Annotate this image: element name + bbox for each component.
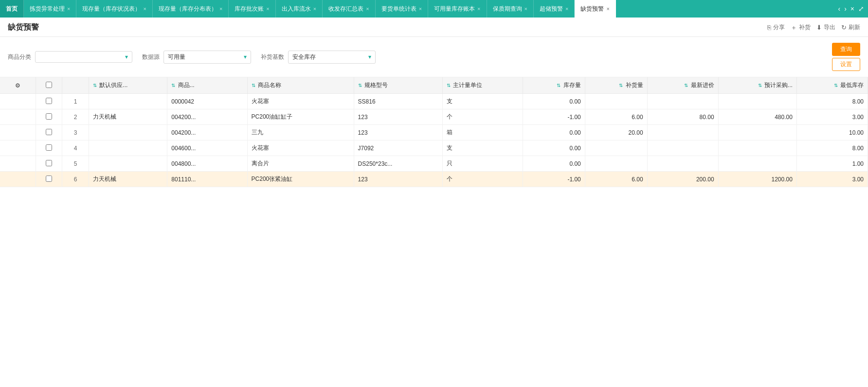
col-header-gear[interactable]: ⚙ — [0, 77, 36, 94]
col-header-code[interactable]: ⇅ 商品... — [167, 77, 247, 94]
row-number: 4 — [62, 141, 89, 156]
tab-label: 现存量（库存状况表） — [82, 5, 141, 13]
tab-inventory-dist[interactable]: 现存量（库存分布表） × — [153, 0, 229, 18]
col-header-stock[interactable]: ⇅ 库存量 — [523, 77, 585, 94]
close-icon[interactable]: × — [219, 6, 222, 12]
col-header-checkbox — [36, 77, 62, 94]
col-header-spec[interactable]: ⇅ 规格型号 — [354, 77, 443, 94]
tab-available-ledger[interactable]: 可用量库存账本 × — [428, 0, 487, 18]
col-header-supplier[interactable]: ⇅ 默认供应... — [89, 77, 167, 94]
close-icon[interactable]: × — [67, 6, 70, 12]
tab-collect-summary[interactable]: 收发存汇总表 × — [323, 0, 375, 18]
col-label: 默认供应... — [99, 82, 127, 88]
row-stock: 0.00 — [523, 141, 585, 156]
close-icon[interactable]: × — [366, 6, 369, 12]
tab-label: 超储预警 — [540, 5, 563, 13]
row-checkbox-cell — [36, 141, 62, 156]
row-est-purchase — [718, 156, 796, 172]
col-header-name[interactable]: ⇅ 商品名称 — [247, 77, 354, 94]
col-label: 最低库存 — [840, 82, 864, 88]
col-label: 商品名称 — [258, 82, 281, 88]
query-button[interactable]: 查询 — [832, 43, 860, 56]
row-replenish: 6.00 — [585, 172, 647, 187]
close-icon[interactable]: × — [313, 6, 316, 12]
col-label: 补货量 — [626, 82, 643, 88]
replenish-base-filter-label: 补货基数 — [261, 53, 284, 61]
filter-area: 商品分类 ▾ 数据源 可用量 ▾ 补货基数 安全库存 ▾ 查询 设置 — [0, 37, 868, 77]
settings-button[interactable]: 设置 — [832, 58, 860, 71]
tab-expiry-query[interactable]: 保质期查询 × — [487, 0, 534, 18]
page-content: 缺货预警 ⎘ 分享 ＋ 补货 ⬇ 导出 ↻ 刷新 商品分类 — [0, 18, 868, 387]
tab-prev-button[interactable]: ‹ — [836, 5, 842, 13]
datasource-select[interactable]: 可用量 ▾ — [163, 51, 251, 64]
tab-maximize-button[interactable]: ⤢ — [856, 5, 866, 13]
sort-icon: ⇅ — [619, 83, 623, 88]
replenish-base-filter-group: 补货基数 安全库存 ▾ — [261, 51, 376, 64]
row-gear-cell — [0, 172, 36, 187]
category-filter-group: 商品分类 ▾ — [8, 51, 132, 63]
row-replenish — [585, 94, 647, 109]
share-icon: ⎘ — [767, 24, 771, 31]
col-header-replenish[interactable]: ⇅ 补货量 — [585, 77, 647, 94]
row-supplier — [89, 125, 167, 141]
col-header-latest-price[interactable]: ⇅ 最新进价 — [647, 77, 718, 94]
close-icon[interactable]: × — [565, 6, 568, 12]
share-button[interactable]: ⎘ 分享 — [767, 23, 785, 32]
sort-icon: ⇅ — [557, 83, 561, 88]
replenish-icon: ＋ — [791, 23, 797, 32]
close-icon[interactable]: × — [419, 6, 422, 12]
col-header-unit[interactable]: ⇅ 主计量单位 — [443, 77, 523, 94]
tab-bar: 首页 拣货异常处理 × 现存量（库存状况表） × 现存量（库存分布表） × 库存… — [0, 0, 868, 18]
tab-inventory-status[interactable]: 现存量（库存状况表） × — [76, 0, 152, 18]
row-latest-price: 80.00 — [647, 109, 718, 125]
tab-close-all-button[interactable]: × — [849, 5, 856, 13]
refresh-button[interactable]: ↻ 刷新 — [841, 23, 860, 32]
col-header-min-stock[interactable]: ⇅ 最低库存 — [796, 77, 868, 94]
replenish-button[interactable]: ＋ 补货 — [791, 23, 811, 32]
row-number: 1 — [62, 94, 89, 109]
header-actions: ⎘ 分享 ＋ 补货 ⬇ 导出 ↻ 刷新 — [767, 23, 860, 32]
close-icon[interactable]: × — [266, 6, 269, 12]
row-supplier — [89, 156, 167, 172]
close-icon[interactable]: × — [477, 6, 480, 12]
tab-abnormal[interactable]: 拣货异常处理 × — [24, 0, 76, 18]
row-spec: J7092 — [354, 141, 443, 156]
category-select[interactable]: ▾ — [35, 51, 132, 63]
row-checkbox[interactable] — [46, 160, 52, 166]
sort-icon: ⇅ — [252, 83, 255, 88]
row-code: 004600... — [167, 141, 247, 156]
col-header-est-purchase[interactable]: ⇅ 预计采购... — [718, 77, 796, 94]
row-checkbox[interactable] — [46, 113, 52, 120]
row-code: 004200... — [167, 125, 247, 141]
tab-order-stats[interactable]: 要货单统计表 × — [376, 0, 428, 18]
row-checkbox[interactable] — [46, 98, 52, 104]
row-spec: DS250*23c... — [354, 156, 443, 172]
select-all-checkbox[interactable] — [46, 82, 52, 88]
tab-label: 现存量（库存分布表） — [159, 5, 217, 13]
tab-label: 出入库流水 — [282, 5, 311, 13]
tab-inout-flow[interactable]: 出入库流水 × — [276, 0, 323, 18]
row-spec: SS816 — [354, 94, 443, 109]
row-stock: 0.00 — [523, 156, 585, 172]
row-number: 3 — [62, 125, 89, 141]
tab-batch-account[interactable]: 库存批次账 × — [229, 0, 275, 18]
close-icon[interactable]: × — [524, 6, 527, 12]
tab-label: 收发存汇总表 — [328, 5, 363, 13]
sort-icon: ⇅ — [171, 83, 175, 88]
tab-shortage[interactable]: 缺货预警 × — [575, 0, 615, 18]
close-icon[interactable]: × — [143, 6, 146, 12]
sort-icon: ⇅ — [834, 83, 838, 88]
row-supplier: 力天机械 — [89, 172, 167, 187]
sort-icon: ⇅ — [93, 83, 97, 88]
tab-next-button[interactable]: › — [842, 5, 849, 13]
close-icon[interactable]: × — [606, 6, 609, 12]
row-min-stock: 10.00 — [796, 125, 868, 141]
row-stock: 0.00 — [523, 125, 585, 141]
tab-overstock[interactable]: 超储预警 × — [534, 0, 575, 18]
export-button[interactable]: ⬇ 导出 — [816, 23, 835, 32]
replenish-base-select[interactable]: 安全库存 ▾ — [288, 51, 376, 64]
tab-home[interactable]: 首页 — [0, 0, 24, 18]
row-checkbox[interactable] — [46, 176, 52, 182]
row-checkbox[interactable] — [46, 129, 52, 135]
row-checkbox[interactable] — [46, 144, 52, 151]
